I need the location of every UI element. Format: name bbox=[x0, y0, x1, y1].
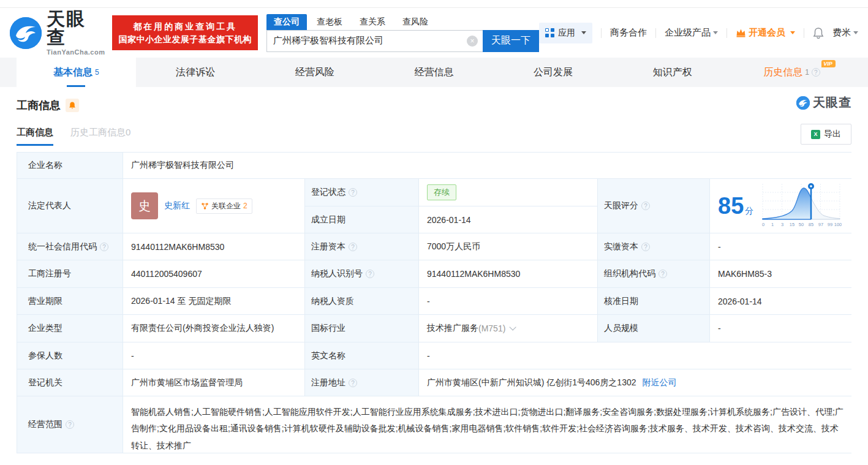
export-button[interactable]: X 导出 bbox=[801, 124, 851, 145]
field-label-paid-capital: 实缴资本? bbox=[598, 233, 709, 260]
tab-operating-info[interactable]: 经营信息 bbox=[374, 58, 494, 87]
chevron-down-icon[interactable] bbox=[510, 323, 516, 330]
brand-logo[interactable]: 天眼查 TianYanCha.com bbox=[10, 10, 105, 56]
page-tab-bar: 基本信息 5 法律诉讼 经营风险 经营信息 公司发展 知识产权 VIP 历史信息… bbox=[0, 58, 868, 87]
svg-text:50: 50 bbox=[799, 222, 804, 227]
nav-cooperation[interactable]: 商务合作 bbox=[610, 27, 647, 39]
enterprise-label: 企业级产品 bbox=[665, 27, 711, 39]
tab-operating-risk[interactable]: 经营风险 bbox=[255, 58, 374, 87]
tab-company-development[interactable]: 公司发展 bbox=[494, 58, 613, 87]
search-button[interactable]: 天眼一下 bbox=[483, 30, 539, 52]
vip-badge: VIP bbox=[821, 60, 836, 67]
help-question-icon[interactable]: ? bbox=[349, 379, 357, 387]
field-label-business-term: 营业期限 bbox=[17, 288, 123, 314]
field-value-registration-status: 存续 bbox=[419, 179, 597, 206]
search-tab-risk[interactable]: 查风险 bbox=[395, 14, 436, 30]
field-label-registered-address: 注册地址? bbox=[305, 369, 418, 396]
tab-count: 5 bbox=[95, 68, 99, 77]
help-question-icon[interactable]: ? bbox=[349, 188, 357, 197]
chevron-down-icon bbox=[853, 31, 858, 34]
apps-menu[interactable]: 应用 bbox=[539, 23, 592, 43]
tab-label: 公司发展 bbox=[534, 66, 573, 79]
promo-line1: 都在用的商业查询工具 bbox=[118, 20, 252, 32]
tab-legal-proceedings[interactable]: 法律诉讼 bbox=[136, 58, 255, 87]
tianyancha-logo-icon bbox=[10, 17, 42, 49]
help-question-icon[interactable]: ? bbox=[66, 420, 74, 429]
help-question-icon[interactable]: ? bbox=[659, 270, 667, 278]
divider bbox=[655, 28, 656, 38]
notifications-bell-icon[interactable] bbox=[813, 27, 824, 39]
tab-label: 经营信息 bbox=[414, 66, 453, 79]
field-value-business-term: 2026-01-14 至 无固定期限 bbox=[123, 288, 304, 314]
header: 天眼查 TianYanCha.com 都在用的商业查询工具 国家中小企业发展子基… bbox=[0, 8, 868, 58]
legal-rep-avatar[interactable]: 史 bbox=[131, 192, 158, 219]
field-value-approval-date: 2026-01-14 bbox=[710, 288, 851, 314]
field-label-insured-count: 参保人数 bbox=[17, 342, 123, 369]
field-value-registration-authority: 广州市黄埔区市场监督管理局 bbox=[123, 369, 304, 396]
score-distribution-chart: 0 1 3 15 50 85 97 99 100 bbox=[761, 181, 842, 230]
svg-text:15: 15 bbox=[790, 222, 794, 227]
section-title: 工商信息 bbox=[17, 98, 61, 113]
search-tab-boss[interactable]: 查老板 bbox=[309, 14, 350, 30]
help-question-icon[interactable]: ? bbox=[812, 68, 820, 77]
watermark-text: 天眼查 bbox=[813, 94, 851, 111]
vip-upgrade-link[interactable]: 开通会员 bbox=[736, 27, 795, 39]
related-companies-badge[interactable]: 关联企业 2 bbox=[196, 198, 252, 214]
tab-intellectual-property[interactable]: 知识产权 bbox=[613, 58, 732, 87]
promo-banner: 都在用的商业查询工具 国家中小企业发展子基金旗下机构 bbox=[112, 15, 258, 50]
help-question-icon[interactable]: ? bbox=[349, 243, 357, 251]
field-value-staff-size: - bbox=[710, 315, 851, 342]
top-border-line bbox=[0, 0, 868, 8]
tab-history-info[interactable]: VIP 历史信息 1 ? bbox=[732, 58, 851, 87]
help-question-icon[interactable]: ? bbox=[641, 202, 650, 210]
legal-rep-name-link[interactable]: 史新红 bbox=[164, 200, 190, 211]
subtab-history-business-info[interactable]: 历史工商信息0 bbox=[70, 127, 130, 146]
field-value-registration-number: 440112005409607 bbox=[123, 260, 304, 287]
field-value-company-name: 广州稀宇极智科技有限公司 bbox=[123, 153, 851, 178]
export-label: 导出 bbox=[824, 129, 841, 140]
field-value-establish-date: 2026-01-14 bbox=[419, 206, 597, 233]
field-label-business-scope: 经营范围? bbox=[17, 396, 123, 453]
field-label-approval-date: 核准日期 bbox=[598, 288, 709, 314]
subtab-count: 0 bbox=[126, 127, 130, 137]
field-value-company-type: 有限责任公司(外商投资企业法人独资) bbox=[123, 315, 304, 342]
chevron-down-icon bbox=[790, 31, 795, 34]
tab-count: 1 bbox=[805, 68, 809, 77]
header-right-nav: 应用 商务合作 企业级产品 开通会员 费米 bbox=[539, 23, 858, 43]
nav-enterprise-products[interactable]: 企业级产品 bbox=[665, 27, 718, 39]
username-label: 费米 bbox=[832, 27, 851, 39]
help-question-icon[interactable]: ? bbox=[100, 243, 108, 251]
help-question-icon[interactable]: ? bbox=[366, 270, 374, 278]
nearby-companies-link[interactable]: 附近公司 bbox=[643, 377, 677, 388]
search-tab-relation[interactable]: 查关系 bbox=[352, 14, 393, 30]
field-label-company-name: 企业名称 bbox=[17, 153, 123, 178]
related-count: 2 bbox=[243, 202, 247, 210]
field-label-registration-status: 登记状态? bbox=[305, 179, 418, 206]
tab-basic-info[interactable]: 基本信息 5 bbox=[17, 58, 136, 87]
network-icon bbox=[201, 202, 209, 210]
field-label-registration-authority: 登记机关 bbox=[17, 369, 123, 396]
field-value-paid-capital: - bbox=[710, 233, 851, 260]
divider bbox=[804, 28, 804, 38]
subtab-row: 工商信息 历史工商信息0 X 导出 bbox=[17, 124, 851, 146]
brand-name: 天眼查 bbox=[47, 10, 105, 47]
subtab-business-info[interactable]: 工商信息 bbox=[17, 127, 53, 146]
field-label-tianyan-score: 天眼评分? bbox=[598, 179, 709, 233]
chevron-down-icon bbox=[581, 31, 586, 34]
svg-text:100: 100 bbox=[834, 222, 842, 227]
help-question-icon[interactable]: ? bbox=[641, 243, 650, 251]
divider bbox=[726, 28, 727, 38]
field-label-industry: 国标行业 bbox=[305, 315, 418, 342]
field-label-registered-capital: 注册资本? bbox=[305, 233, 418, 260]
search-input[interactable] bbox=[266, 30, 483, 52]
field-value-taxpayer-id: 91440112MAK6HM8530 bbox=[419, 260, 597, 287]
search-tab-company[interactable]: 查公司 bbox=[266, 14, 307, 30]
score-number: 85分 bbox=[718, 194, 753, 217]
user-account-menu[interactable]: 费米 bbox=[832, 27, 858, 39]
clear-search-icon[interactable]: × bbox=[467, 36, 478, 47]
apps-grid-icon bbox=[545, 28, 554, 37]
field-value-english-name: - bbox=[419, 342, 851, 369]
subscribe-bell-icon[interactable] bbox=[66, 99, 79, 112]
field-label-registration-number: 工商注册号 bbox=[17, 260, 123, 287]
svg-text:97: 97 bbox=[818, 222, 823, 227]
